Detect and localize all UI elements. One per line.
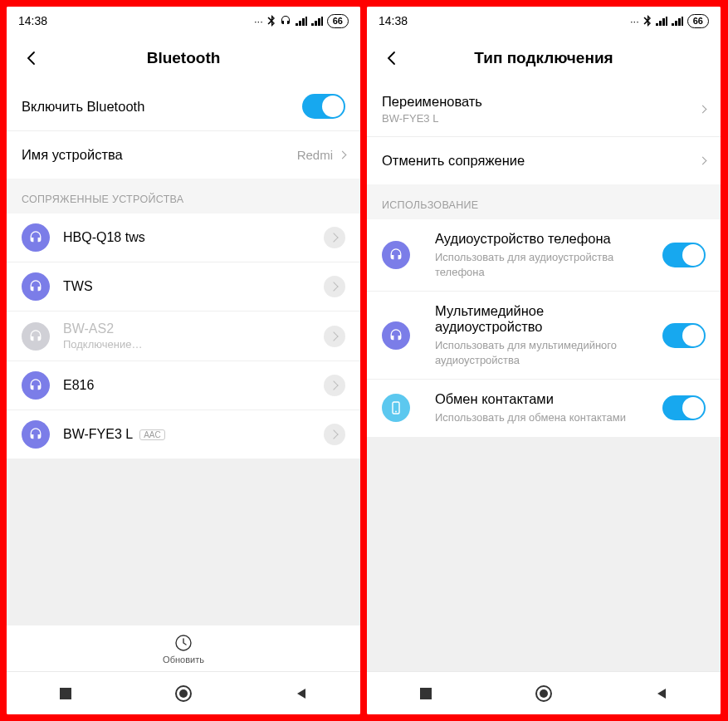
nav-recent-button[interactable] <box>401 687 451 700</box>
usage-sub: Использовать для обмена контактами <box>435 410 651 425</box>
nav-back-button[interactable] <box>637 687 686 700</box>
back-button[interactable] <box>375 42 408 75</box>
device-status: Подключение… <box>63 338 324 351</box>
headset-icon <box>22 272 50 301</box>
headset-icon <box>382 321 410 350</box>
headset-icon <box>22 223 50 252</box>
usage-toggle[interactable] <box>662 323 706 348</box>
usage-toggle[interactable] <box>662 243 706 267</box>
svg-point-3 <box>179 689 188 698</box>
svg-rect-6 <box>420 688 432 699</box>
usage-sub: Использовать для аудиоустройства телефон… <box>435 250 651 279</box>
device-name: E816 <box>63 378 324 393</box>
bluetooth-icon <box>643 15 652 27</box>
paired-device-row[interactable]: TWS <box>7 262 360 311</box>
signal-icon-2 <box>311 17 323 26</box>
rename-row[interactable]: Переименовать BW-FYE3 L <box>367 81 721 136</box>
headset-icon <box>22 322 50 351</box>
headset-icon <box>22 420 50 449</box>
status-time: 14:38 <box>379 14 408 27</box>
device-name: BW-FYE3 L <box>63 427 133 442</box>
headset-icon <box>280 15 291 27</box>
paired-devices-caption: СОПРЯЖЕННЫЕ УСТРОЙСТВА <box>7 179 360 213</box>
paired-device-row[interactable]: BW-AS2 Подключение… <box>7 311 360 360</box>
rename-value: BW-FYE3 L <box>382 112 700 125</box>
enable-bluetooth-row[interactable]: Включить Bluetooth <box>7 81 360 130</box>
svg-point-8 <box>540 689 548 698</box>
phone-right: 14:38 ··· 66 Тип подключения Переименова… <box>367 7 721 714</box>
headset-icon <box>22 371 50 400</box>
device-details-button[interactable] <box>324 375 345 396</box>
status-bar: 14:38 ··· 66 <box>7 7 360 35</box>
unpair-label: Отменить сопряжение <box>382 153 700 169</box>
device-name: TWS <box>63 279 324 294</box>
device-details-button[interactable] <box>324 227 345 248</box>
device-name: HBQ-Q18 tws <box>63 230 324 245</box>
page-title: Bluetooth <box>7 49 360 67</box>
unpair-row[interactable]: Отменить сопряжение <box>367 136 721 184</box>
status-time: 14:38 <box>18 14 47 27</box>
status-icons: ··· 66 <box>630 14 709 28</box>
system-nav-bar <box>7 671 360 714</box>
usage-toggle[interactable] <box>662 395 706 420</box>
battery-indicator: 66 <box>687 14 709 28</box>
refresh-button[interactable]: Обновить <box>7 625 360 671</box>
headset-icon <box>382 241 410 269</box>
usage-title: Аудиоустройство телефона <box>435 231 651 247</box>
signal-icon-2 <box>672 17 683 26</box>
device-details-button[interactable] <box>324 276 345 297</box>
status-icons: ··· 66 <box>254 14 349 28</box>
svg-rect-1 <box>60 688 71 699</box>
paired-device-row[interactable]: HBQ-Q18 tws <box>7 213 360 262</box>
nav-header: Bluetooth <box>7 35 360 81</box>
device-name-label: Имя устройства <box>22 147 297 163</box>
usage-title: Обмен контактами <box>435 391 651 407</box>
nav-header: Тип подключения <box>367 35 721 81</box>
bluetooth-toggle[interactable] <box>302 94 345 119</box>
usage-sub: Использовать для мультимедийного аудиоус… <box>435 338 651 367</box>
paired-device-row[interactable]: E816 <box>7 360 360 410</box>
codec-badge: AAC <box>139 429 165 440</box>
chevron-right-icon <box>700 106 706 112</box>
nav-recent-button[interactable] <box>41 687 90 700</box>
chevron-right-icon <box>340 152 345 158</box>
phone-icon <box>382 394 410 422</box>
page-title: Тип подключения <box>367 49 721 67</box>
usage-row-contacts[interactable]: Обмен контактами Использовать для обмена… <box>367 379 721 437</box>
nav-home-button[interactable] <box>159 684 208 703</box>
chevron-left-icon <box>384 50 400 66</box>
usage-row-phone-audio[interactable]: Аудиоустройство телефона Использовать дл… <box>367 219 721 291</box>
nav-back-button[interactable] <box>276 687 326 700</box>
more-icon: ··· <box>254 15 263 27</box>
phone-left: 14:38 ··· 66 Bluetooth Включить Bluetoot… <box>7 7 360 714</box>
battery-indicator: 66 <box>327 14 349 28</box>
signal-icon-1 <box>296 17 307 26</box>
refresh-label: Обновить <box>7 655 360 665</box>
clock-icon <box>174 634 193 652</box>
chevron-left-icon <box>23 50 40 66</box>
usage-caption: ИСПОЛЬЗОВАНИЕ <box>367 184 721 219</box>
back-button[interactable] <box>15 42 48 75</box>
device-details-button[interactable] <box>324 326 345 347</box>
bluetooth-icon <box>267 15 276 27</box>
usage-title: Мультимедийное аудиоустройство <box>435 303 651 335</box>
usage-row-media-audio[interactable]: Мультимедийное аудиоустройство Использов… <box>367 291 721 379</box>
chevron-right-icon <box>700 158 706 164</box>
enable-bluetooth-label: Включить Bluetooth <box>22 99 302 115</box>
system-nav-bar <box>367 671 721 714</box>
paired-device-row[interactable]: BW-FYE3 L AAC <box>7 410 360 459</box>
rename-label: Переименовать <box>382 94 700 110</box>
status-bar: 14:38 ··· 66 <box>367 7 721 35</box>
device-name: BW-AS2 <box>63 321 324 336</box>
device-name-row[interactable]: Имя устройства Redmi <box>7 130 360 179</box>
svg-point-5 <box>395 411 397 413</box>
device-details-button[interactable] <box>324 424 345 445</box>
device-name-value: Redmi <box>297 148 333 162</box>
signal-icon-1 <box>656 17 667 26</box>
nav-home-button[interactable] <box>519 684 569 703</box>
more-icon: ··· <box>630 15 639 27</box>
